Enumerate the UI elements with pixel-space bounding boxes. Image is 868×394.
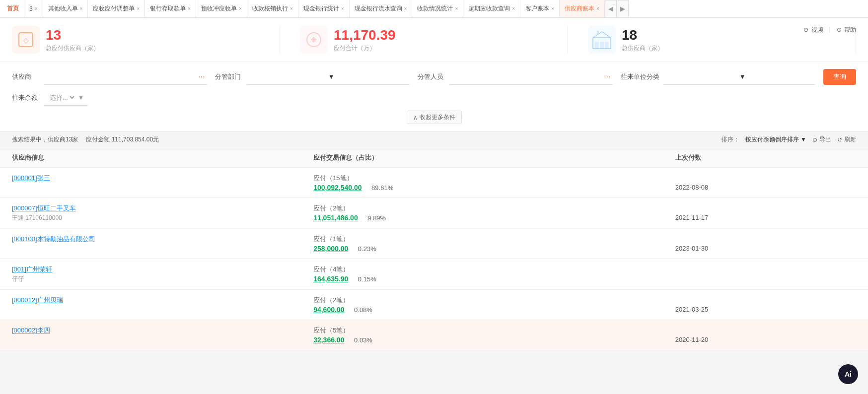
nav-tab-cash-flow[interactable]: 现金银行流水查询 ×: [350, 0, 413, 18]
trans-amount-row: 164,635.90 0.15%: [313, 275, 675, 283]
supplier-name-link[interactable]: [001]广州荣轩: [12, 265, 52, 273]
filter-category: 往来单位分类 ▼: [621, 69, 816, 85]
supplier-name-link[interactable]: [000012]广州贝瑞: [12, 296, 63, 304]
tab-prepay-label: 预收冲应收单: [201, 4, 237, 13]
trans-amount-link[interactable]: 258,000.00: [313, 245, 348, 253]
sort-select[interactable]: 按应付余额倒序排序 ▼: [745, 135, 806, 144]
dept-chevron-icon: ▼: [328, 73, 406, 80]
trans-amount-link[interactable]: 100,092,540.00: [313, 184, 362, 192]
search-button[interactable]: 查询: [823, 69, 856, 85]
supplier-info-col: [000001]张三: [12, 174, 313, 183]
refresh-icon: ↺: [837, 136, 842, 143]
trans-pct: 9.89%: [367, 214, 386, 222]
help-link[interactable]: ⊙ 帮助: [837, 26, 856, 34]
trans-amount-row: 11,051,486.00 9.89%: [313, 214, 675, 222]
nav-tab-other-income[interactable]: 其他收入单 ×: [43, 0, 88, 18]
transaction-col: 应付（2笔） 94,600.00 0.08%: [313, 296, 675, 314]
trans-desc: 应付（15笔）: [313, 174, 675, 183]
export-icon: ⊙: [812, 136, 817, 143]
category-filter-label: 往来单位分类: [621, 72, 659, 81]
results-amount: 应付金额 111,703,854.00元: [86, 135, 159, 144]
supplier-dots-icon[interactable]: ···: [198, 72, 205, 81]
nav-tab-customer-ledger[interactable]: 客户账本 ×: [520, 0, 560, 18]
supplier-name-link[interactable]: [000002]李四: [12, 327, 50, 334]
stat-block-payable-suppliers: ◇ 13 总应付供应商（家）: [12, 26, 280, 54]
supplier-name-link[interactable]: [000007]恒旺二手叉车: [12, 204, 76, 212]
payable-suppliers-label: 总应付供应商（家）: [46, 44, 99, 53]
supplier-info-col: [000007]恒旺二手叉车 王通 17106110000: [12, 204, 313, 222]
supplier-input-wrapper[interactable]: ···: [44, 69, 207, 85]
nav-arrow-left[interactable]: ◀: [605, 0, 617, 18]
close-icon[interactable]: ×: [290, 6, 293, 11]
close-icon[interactable]: ×: [341, 6, 344, 11]
filter-dept: 分管部门 ▼: [215, 69, 410, 85]
collapse-button[interactable]: ∧ 收起更多条件: [407, 111, 462, 124]
balance-select-wrapper[interactable]: 选择... ▼: [44, 90, 88, 106]
nav-tab-overdue[interactable]: 超期应收款查询 ×: [463, 0, 520, 18]
tab-overdue-label: 超期应收款查询: [468, 4, 510, 13]
close-icon[interactable]: ×: [239, 6, 242, 11]
payable-total-label: 应付合计（万）: [334, 44, 396, 53]
nav-tab-collect-stat[interactable]: 收款情况统计 ×: [412, 0, 463, 18]
filter-row-1: 供应商 ··· 分管部门 ▼ 分管人员 ··· 往来单位分类: [12, 69, 856, 85]
collapse-icon: ∧: [413, 114, 418, 121]
collapse-row: ∧ 收起更多条件: [12, 111, 856, 124]
close-icon[interactable]: ×: [551, 6, 554, 11]
trans-amount-link[interactable]: 32,366.00: [313, 336, 344, 344]
close-icon[interactable]: ×: [188, 6, 191, 11]
supplier-input[interactable]: [46, 73, 196, 80]
supplier-icon: ◇: [12, 26, 40, 54]
svg-rect-5: [595, 42, 599, 49]
close-icon[interactable]: ×: [137, 6, 140, 11]
payable-total-icon: ❋: [300, 26, 328, 54]
close-icon[interactable]: ×: [35, 6, 38, 11]
trans-desc: 应付（2笔）: [313, 204, 675, 213]
close-icon[interactable]: ×: [404, 6, 407, 11]
trans-amount-link[interactable]: 164,635.90: [313, 275, 348, 283]
nav-tab-adjust[interactable]: 应收应付调整单 ×: [88, 0, 145, 18]
last-pay-col: 2020-11-20: [675, 326, 856, 343]
nav-tab-home[interactable]: 首页: [2, 0, 24, 18]
total-supplier-icon: [588, 26, 616, 54]
nav-tab-bank[interactable]: 银行存取款单 ×: [145, 0, 196, 18]
supplier-name-link[interactable]: [000100]本特勒油品有限公司: [12, 235, 95, 243]
trans-amount-link[interactable]: 11,051,486.00: [313, 214, 358, 222]
close-icon[interactable]: ×: [512, 6, 515, 11]
trans-amount-link[interactable]: 94,600.00: [313, 306, 344, 314]
stat-info-total: 11,170.39 应付合计（万）: [334, 27, 396, 53]
home-label: 首页: [7, 4, 19, 13]
supplier-filter-label: 供应商: [12, 72, 40, 81]
export-button[interactable]: ⊙ 导出: [812, 135, 831, 144]
refresh-button[interactable]: ↺ 刷新: [837, 135, 856, 144]
person-dots-icon[interactable]: ···: [604, 72, 610, 81]
dept-select[interactable]: ▼: [247, 69, 410, 85]
filter-balance: 往来余额 选择... ▼: [12, 90, 88, 106]
close-icon[interactable]: ×: [455, 6, 458, 11]
trans-amount-row: 32,366.00 0.03%: [313, 336, 675, 344]
table-row: [000002]李四 应付（5笔） 32,366.00 0.03% 2020-1…: [0, 320, 868, 350]
video-link[interactable]: ⊙ 视频: [803, 26, 823, 34]
close-icon[interactable]: ×: [596, 6, 599, 11]
nav-arrow-right[interactable]: ▶: [617, 0, 629, 18]
nav-tab-cash-stat[interactable]: 现金银行统计 ×: [298, 0, 350, 18]
table-row: [000001]张三 应付（15笔） 100,092,540.00 89.61%…: [0, 168, 868, 198]
supplier-name-link[interactable]: [000001]张三: [12, 174, 50, 182]
supplier-table: 供应商信息 应付交易信息（占比） 上次付数 [000001]张三 应付（15笔）…: [0, 148, 868, 350]
balance-select[interactable]: 选择...: [48, 93, 76, 102]
tab-cash-stat-label: 现金银行统计: [303, 4, 339, 13]
table-row: [000012]广州贝瑞 应付（2笔） 94,600.00 0.08% 2021…: [0, 290, 868, 320]
person-input-wrapper[interactable]: ···: [449, 69, 613, 85]
tab-supplier-label: 供应商账本: [565, 4, 594, 13]
nav-tab-prepay[interactable]: 预收冲应收单 ×: [196, 0, 247, 18]
transaction-col: 应付（15笔） 100,092,540.00 89.61%: [313, 174, 675, 192]
person-input[interactable]: [451, 73, 602, 80]
close-icon[interactable]: ×: [80, 6, 83, 11]
nav-tab-3[interactable]: 3 ×: [24, 0, 43, 18]
nav-tab-supplier-ledger[interactable]: 供应商账本 ×: [560, 0, 605, 18]
svg-rect-7: [605, 42, 609, 49]
balance-filter-label: 往来余额: [12, 93, 40, 102]
nav-tab-collect[interactable]: 收款核销执行 ×: [247, 0, 298, 18]
results-summary: 搜索结果中，供应商13家 应付金额 111,703,854.00元: [12, 135, 159, 144]
category-select[interactable]: ▼: [663, 69, 816, 85]
stats-header: ◇ 13 总应付供应商（家） ❋ 11,170.39 应付合计（万）: [0, 18, 868, 62]
